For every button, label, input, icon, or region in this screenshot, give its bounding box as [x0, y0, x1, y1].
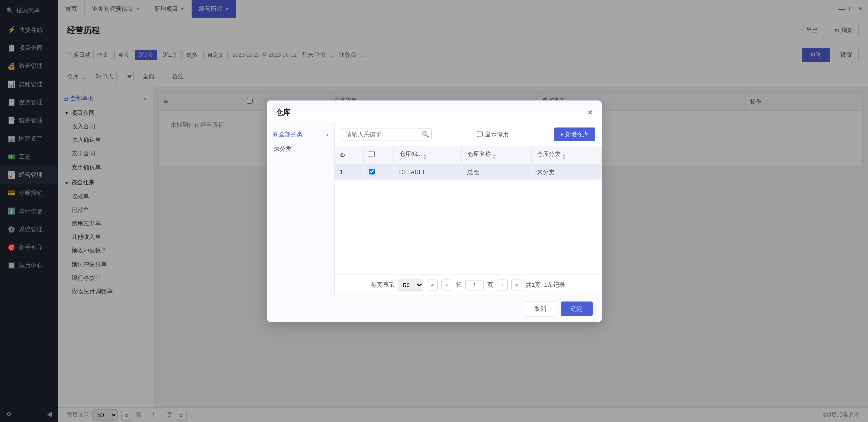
- modal-prev-page-btn[interactable]: ‹: [441, 280, 452, 291]
- modal-search-input[interactable]: [341, 129, 418, 140]
- warehouse-modal: 仓库 × ⊞ 全部分类 « 未分类 🔍: [267, 100, 602, 322]
- modal-first-page-btn[interactable]: «: [427, 280, 438, 291]
- modal-close-button[interactable]: ×: [588, 107, 593, 117]
- modal-total-label: 共1页, 1条记录: [526, 281, 565, 289]
- show-disabled-text: 显示停用: [485, 130, 508, 138]
- modal-page-size-select[interactable]: 50 100: [398, 279, 423, 291]
- modal-left-panel: ⊞ 全部分类 « 未分类: [267, 123, 335, 295]
- table-row[interactable]: 1 DEFAULT 总仓 未分类: [335, 164, 602, 180]
- row-checkbox[interactable]: [369, 168, 375, 174]
- modal-th-settings[interactable]: ⚙: [335, 146, 364, 164]
- modal-page-separator: 算: [456, 281, 462, 289]
- modal-search-box: 🔍: [341, 128, 432, 141]
- modal-table: ⚙ 仓库编...▲▼ 仓库名称▲▼ 仓库分类▲▼: [335, 146, 602, 180]
- search-icon-modal[interactable]: 🔍: [418, 131, 432, 138]
- modal-all-category[interactable]: 全部分类: [279, 130, 302, 138]
- modal-body: ⊞ 全部分类 « 未分类 🔍 显示停用 + 新: [267, 123, 602, 295]
- modal-page-input[interactable]: [465, 280, 484, 290]
- modal-select-all[interactable]: [369, 151, 375, 157]
- modal-uncategorized[interactable]: 未分类: [267, 141, 334, 156]
- cancel-button[interactable]: 取消: [524, 301, 556, 316]
- grid-icon-modal: ⊞: [272, 131, 277, 138]
- modal-th-checkbox[interactable]: [364, 146, 394, 164]
- add-warehouse-label: + 新增仓库: [560, 130, 589, 138]
- show-disabled-checkbox[interactable]: [477, 131, 483, 137]
- modal-uncategorized-label: 未分类: [274, 145, 292, 152]
- modal-footer: 取消 确定: [267, 295, 602, 322]
- modal-pagination: 每页显示 50 100 « ‹ 算 页 › » 共1页, 1条记录: [335, 274, 602, 295]
- modal-last-page-btn[interactable]: »: [511, 280, 522, 291]
- row-category: 未分类: [532, 164, 601, 180]
- modal-page-label: 页: [487, 281, 493, 289]
- modal-next-page-btn[interactable]: ›: [497, 280, 508, 291]
- modal-title: 仓库: [276, 107, 290, 117]
- modal-table-wrap: ⚙ 仓库编...▲▼ 仓库名称▲▼ 仓库分类▲▼: [335, 146, 602, 274]
- modal-left-header: ⊞ 全部分类 «: [267, 127, 334, 141]
- row-id: 1: [335, 164, 364, 180]
- row-checkbox-cell[interactable]: [364, 164, 394, 180]
- modal-toolbar: 🔍 显示停用 + 新增仓库: [335, 123, 602, 146]
- show-disabled-label[interactable]: 显示停用: [477, 130, 508, 138]
- add-warehouse-button[interactable]: + 新增仓库: [554, 127, 595, 141]
- confirm-button[interactable]: 确定: [561, 301, 593, 316]
- row-code: DEFAULT: [393, 164, 461, 180]
- modal-expand-icon[interactable]: «: [325, 131, 328, 138]
- modal-th-category[interactable]: 仓库分类▲▼: [532, 146, 601, 164]
- modal-page-size-label: 每页显示: [371, 281, 394, 289]
- modal-th-code[interactable]: 仓库编...▲▼: [393, 146, 461, 164]
- modal-th-name[interactable]: 仓库名称▲▼: [462, 146, 532, 164]
- modal-header: 仓库 ×: [267, 100, 602, 123]
- row-name: 总仓: [462, 164, 532, 180]
- modal-right-panel: 🔍 显示停用 + 新增仓库 ⚙: [335, 123, 602, 295]
